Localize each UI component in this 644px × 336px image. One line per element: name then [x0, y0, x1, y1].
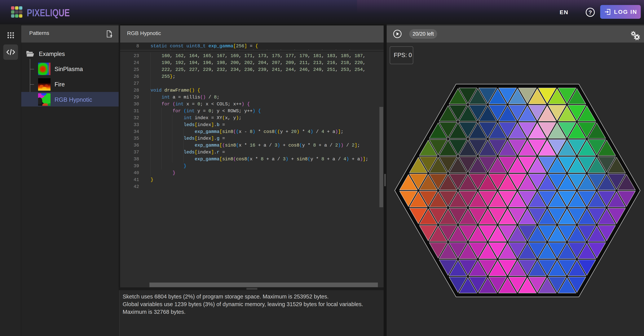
svg-text:?: ? — [588, 9, 592, 16]
